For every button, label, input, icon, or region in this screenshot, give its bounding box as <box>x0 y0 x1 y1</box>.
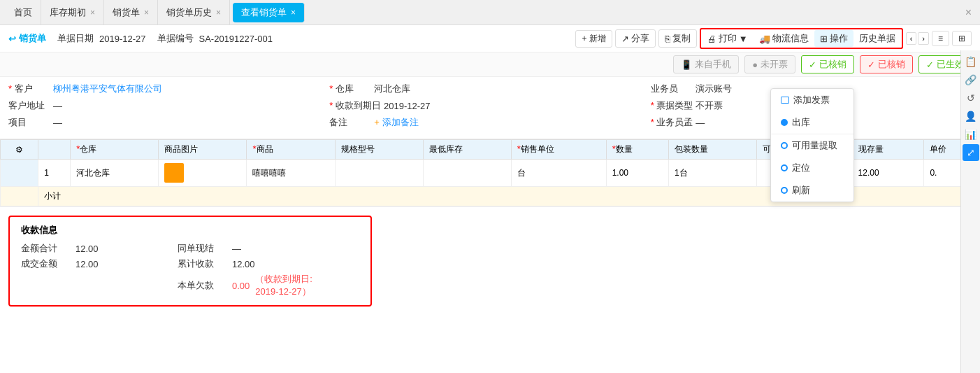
sidebar-expand-icon[interactable]: ⤢ <box>963 144 979 161</box>
right-sidebar: 📋 🔗 ↺ 👤 📊 ⤢ <box>960 50 980 373</box>
window-close-button[interactable]: × <box>965 6 972 19</box>
row-spec <box>335 160 423 187</box>
row-product: 嘻嘻嘻嘻 <box>247 160 335 187</box>
add-invoice-icon <box>781 97 789 104</box>
note-add-button[interactable]: + 添加备注 <box>374 116 418 129</box>
prev-button[interactable]: ‹ <box>906 32 917 45</box>
sidebar-copy-icon[interactable]: 📋 <box>963 53 979 70</box>
amount-value: 12.00 <box>75 244 99 254</box>
payment-date-label: 收款到期日 <box>329 99 381 112</box>
next-button[interactable]: › <box>918 32 929 45</box>
col-seq <box>38 140 71 160</box>
col-unit: *销售单位 <box>511 140 606 160</box>
operation-dropdown: 添加发票 出库 可用量提取 定位 刷新 <box>770 88 854 202</box>
tab-home[interactable]: 首页 <box>6 0 41 25</box>
col-gear: ⚙ <box>1 140 38 160</box>
check-button[interactable]: ✓ 已核销 <box>801 55 854 73</box>
tab-sales[interactable]: 销货单 × <box>104 0 158 25</box>
tab-sales-close[interactable]: × <box>144 8 149 17</box>
product-image <box>164 163 184 183</box>
toolbar: + 新增 ↗ 分享 ⎘ 复制 🖨 打印 ▼ 🚚 物流信息 <box>575 28 972 49</box>
payment-title: 收款信息 <box>21 224 359 237</box>
col-warehouse: *仓库 <box>71 140 159 160</box>
tab-inventory-close[interactable]: × <box>90 8 95 17</box>
dropdown-refresh[interactable]: 刷新 <box>771 179 853 202</box>
tab-sales-history-close[interactable]: × <box>216 8 221 17</box>
qty-pick-icon <box>781 142 788 149</box>
address-label: 客户地址 <box>8 99 50 112</box>
doc-type-label: 销货单 <box>19 32 46 45</box>
doc-header: ↩ 销货单 单据日期 2019-12-27 单据编号 SA-20191227-0… <box>0 25 980 52</box>
row-product-img <box>159 160 247 187</box>
staff-value: 演示账号 <box>696 83 732 95</box>
row-gear <box>1 160 38 187</box>
col-min-stock: 最低库存 <box>423 140 511 160</box>
tab-inventory[interactable]: 库存期初 × <box>41 0 104 25</box>
new-button[interactable]: + 新增 <box>575 30 612 48</box>
col-spec: 规格型号 <box>335 140 423 160</box>
tab-view-sales-close[interactable]: × <box>291 8 296 17</box>
main-content: ↩ 销货单 单据日期 2019-12-27 单据编号 SA-20191227-0… <box>0 25 980 373</box>
history-button[interactable]: 历史单据 <box>853 30 901 47</box>
effect-icon: ✓ <box>926 59 934 70</box>
sidebar-link-icon[interactable]: 🔗 <box>963 71 979 88</box>
refresh-icon <box>781 187 788 194</box>
note-field: 备注 + 添加备注 <box>329 116 650 129</box>
warehouse-label: 仓库 <box>329 83 371 95</box>
doc-meta: 单据日期 2019-12-27 单据编号 SA-20191227-001 <box>57 32 273 45</box>
tab-home-label: 首页 <box>14 6 32 19</box>
logistics-button[interactable]: 🚚 物流信息 <box>754 30 814 47</box>
doc-info: ↩ 销货单 单据日期 2019-12-27 单据编号 SA-20191227-0… <box>8 32 273 45</box>
doc-date-label: 单据日期 2019-12-27 <box>57 32 146 45</box>
print-dropdown-icon: ▼ <box>739 34 748 44</box>
status-bar: 📱 来自手机 ● 未开票 ✓ 已核销 ✓ 已核销 ✓ 已生效 <box>0 52 980 77</box>
tab-sales-history-label: 销货单历史 <box>166 6 212 19</box>
ticket-type-label: 票据类型 <box>651 99 693 112</box>
project-value: — <box>53 118 62 128</box>
list-view-button[interactable]: ≡ <box>932 31 949 46</box>
arrears-note: （收款到期日: 2019-12-27） <box>255 273 331 298</box>
row-quantity: 1.00 <box>606 160 668 187</box>
dropdown-qty-pick[interactable]: 可用量提取 <box>771 134 853 157</box>
row-pack-qty: 1台 <box>669 160 757 187</box>
sidebar-chart-icon[interactable]: 📊 <box>963 126 979 143</box>
print-button[interactable]: 🖨 打印 ▼ <box>702 30 754 47</box>
dropdown-add-invoice[interactable]: 添加发票 <box>771 89 853 111</box>
sidebar-refresh-icon[interactable]: ↺ <box>963 90 979 106</box>
address-value: — <box>53 101 62 111</box>
col-product-img: 商品图片 <box>159 140 247 160</box>
payment-date-value: 2019-12-27 <box>384 101 431 111</box>
tab-bar: 首页 库存期初 × 销货单 × 销货单历史 × 查看销货单 × × <box>0 0 980 25</box>
operation-button[interactable]: ⊞ 操作 <box>814 30 853 47</box>
row-unit: 台 <box>511 160 606 187</box>
deal-amount-label: 成交金额 <box>21 258 70 270</box>
not-open-icon: ● <box>752 59 758 70</box>
not-open-button[interactable]: ● 未开票 <box>744 55 795 73</box>
tab-view-sales[interactable]: 查看销货单 × <box>233 3 305 22</box>
dropdown-locate[interactable]: 定位 <box>771 157 853 179</box>
doc-date-value: 2019-12-27 <box>99 34 146 44</box>
copy-icon: ⎘ <box>665 34 670 44</box>
row-stock: 12.00 <box>852 160 924 187</box>
copy-button[interactable]: ⎘ 复制 <box>658 29 697 48</box>
grid-view-button[interactable]: ⊞ <box>952 31 972 46</box>
sidebar-user-icon[interactable]: 👤 <box>963 108 979 125</box>
arrears-label: 本单欠款 <box>178 279 226 292</box>
project-label: 项目 <box>8 116 50 129</box>
customer-value[interactable]: 柳州粤港平安气体有限公司 <box>53 83 162 95</box>
payment-section: 收款信息 金额合计 12.00 同单现结 — 成交金额 12.00 累计收款 1… <box>0 207 980 315</box>
nav-arrows: ‹ › <box>906 32 929 45</box>
from-phone-button[interactable]: 📱 来自手机 <box>673 55 739 73</box>
col-quantity: *数量 <box>606 140 668 160</box>
tab-sales-history[interactable]: 销货单历史 × <box>158 0 230 25</box>
tab-inventory-label: 库存期初 <box>50 6 86 19</box>
customer-field: 客户 柳州粤港平安气体有限公司 <box>8 83 329 95</box>
share-button[interactable]: ↗ 分享 <box>615 29 656 48</box>
same-order-value: — <box>232 244 241 254</box>
payment-grid: 金额合计 12.00 同单现结 — 成交金额 12.00 累计收款 12.00 <box>21 242 359 298</box>
cancel-icon: ✓ <box>867 59 875 70</box>
dropdown-delivery[interactable]: 出库 <box>771 111 853 134</box>
staff-label: 业务员 <box>651 83 693 95</box>
cancel-button[interactable]: ✓ 已核销 <box>860 55 913 73</box>
cumulative-value: 12.00 <box>232 259 255 269</box>
